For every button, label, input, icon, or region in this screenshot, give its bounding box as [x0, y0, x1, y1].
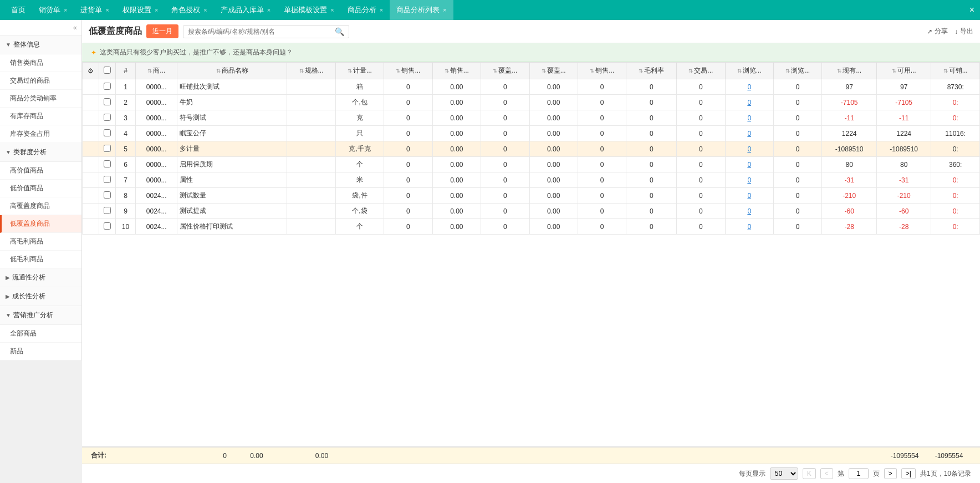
- col-header-sellable[interactable]: ⇅可销...: [931, 63, 980, 79]
- nav-template[interactable]: 单据模板设置 ×: [277, 0, 340, 20]
- nav-purchase-close[interactable]: ×: [105, 7, 109, 13]
- row-gear: [83, 141, 99, 157]
- col-header-unit[interactable]: ⇅计量...: [335, 63, 384, 79]
- nav-roles[interactable]: 角色授权 ×: [165, 0, 213, 20]
- nav-analysis-close[interactable]: ×: [380, 7, 383, 13]
- nav-template-close[interactable]: ×: [330, 7, 334, 13]
- nav-analysis-list[interactable]: 商品分析列表 ×: [390, 0, 453, 20]
- sidebar-section-overall[interactable]: ▼ 整体信息: [0, 35, 81, 54]
- search-box[interactable]: 🔍: [183, 25, 349, 38]
- col-header-code[interactable]: ⇅商...: [136, 63, 177, 79]
- sidebar-item-new-goods[interactable]: 新品: [0, 343, 81, 360]
- sidebar-section-marketing[interactable]: ▼ 营销推广分析: [0, 306, 81, 325]
- col-header-browse2[interactable]: ⇅浏览...: [773, 63, 821, 79]
- sidebar-item-low-margin[interactable]: 低毛利商品: [0, 251, 81, 268]
- row-checkbox[interactable]: [99, 141, 116, 157]
- time-filter-month[interactable]: 近一月: [146, 24, 178, 38]
- col-header-gear[interactable]: ⚙: [83, 63, 99, 79]
- nav-production[interactable]: 产成品入库单 ×: [214, 0, 277, 20]
- next-page-button[interactable]: >: [884, 468, 897, 479]
- row-available-stock: -28: [876, 219, 931, 235]
- col-header-transaction[interactable]: ⇅交易...: [677, 63, 725, 79]
- row-checkbox[interactable]: [99, 79, 116, 95]
- row-code: 0024...: [136, 219, 177, 235]
- nav-permissions-close[interactable]: ×: [155, 7, 158, 13]
- row-checkbox[interactable]: [99, 188, 116, 204]
- gear-icon[interactable]: ⚙: [88, 67, 94, 75]
- sidebar-collapse-btn[interactable]: «: [0, 20, 81, 35]
- col-header-spec[interactable]: ⇅规格...: [287, 63, 335, 79]
- sidebar-section-circulation[interactable]: ▶ 流通性分析: [0, 268, 81, 287]
- row-checkbox[interactable]: [99, 95, 116, 110]
- row-browse1[interactable]: 0: [725, 126, 773, 141]
- share-button[interactable]: ↗ 分享: [927, 27, 948, 36]
- sort-icon-sell: ⇅: [943, 68, 948, 74]
- row-browse2: 0: [773, 141, 821, 157]
- row-checkbox[interactable]: [99, 110, 116, 126]
- col-header-current-stock[interactable]: ⇅现有...: [822, 63, 877, 79]
- col-header-name[interactable]: ⇅商品名称: [177, 63, 287, 79]
- nav-production-close[interactable]: ×: [267, 7, 270, 13]
- sidebar-item-category-rate[interactable]: 商品分类动销率: [0, 90, 81, 108]
- row-checkbox[interactable]: [99, 172, 116, 188]
- row-transaction: 0: [677, 188, 725, 204]
- row-browse1[interactable]: 0: [725, 110, 773, 126]
- col-header-browse1[interactable]: ⇅浏览...: [725, 63, 773, 79]
- row-browse1[interactable]: 0: [725, 204, 773, 219]
- nav-sales-close[interactable]: ×: [64, 7, 67, 13]
- first-page-button[interactable]: K: [803, 468, 816, 479]
- nav-home[interactable]: 首页: [4, 0, 32, 20]
- sidebar-item-low-value[interactable]: 低价值商品: [0, 180, 81, 197]
- export-button[interactable]: ↓ 导出: [955, 27, 973, 36]
- sidebar-item-high-coverage[interactable]: 高覆盖度商品: [0, 197, 81, 215]
- row-browse1[interactable]: 0: [725, 188, 773, 204]
- row-unit: 袋,件: [335, 188, 384, 204]
- row-checkbox[interactable]: [99, 126, 116, 141]
- col-header-sales3[interactable]: ⇅销售...: [578, 63, 626, 79]
- row-browse1[interactable]: 0: [725, 79, 773, 95]
- sidebar-item-traded-goods[interactable]: 交易过的商品: [0, 72, 81, 90]
- col-header-coverage2[interactable]: ⇅覆盖...: [529, 63, 578, 79]
- nav-purchase[interactable]: 进货单 ×: [74, 0, 115, 20]
- col-header-sales-amount[interactable]: ⇅销售...: [432, 63, 481, 79]
- nav-permissions[interactable]: 权限设置 ×: [116, 0, 165, 20]
- sidebar-item-low-coverage[interactable]: 低覆盖度商品: [0, 215, 81, 233]
- page-number-input[interactable]: [849, 468, 869, 479]
- row-num: 9: [116, 204, 136, 219]
- nav-sales[interactable]: 销货单 ×: [32, 0, 74, 20]
- table-container[interactable]: ⚙ # ⇅商... ⇅商品名称 ⇅规格... ⇅计量... ⇅销售... ⇅销售…: [82, 62, 980, 446]
- per-page-select[interactable]: 50 100 200: [770, 467, 798, 480]
- sidebar-section-growth[interactable]: ▶ 成长性分析: [0, 287, 81, 306]
- sidebar-item-in-stock[interactable]: 有库存商品: [0, 108, 81, 125]
- search-input[interactable]: [188, 28, 335, 35]
- row-browse1[interactable]: 0: [725, 172, 773, 188]
- col-header-available-stock[interactable]: ⇅可用...: [876, 63, 931, 79]
- last-page-button[interactable]: >|: [901, 468, 916, 479]
- sidebar-item-high-margin[interactable]: 高毛利商品: [0, 233, 81, 251]
- row-checkbox[interactable]: [99, 157, 116, 172]
- nav-analysis-list-close[interactable]: ×: [443, 7, 446, 13]
- window-close-button[interactable]: ×: [969, 5, 974, 15]
- col-header-sales-count[interactable]: ⇅销售...: [384, 63, 432, 79]
- search-icon[interactable]: 🔍: [335, 27, 344, 36]
- col-header-gross-margin[interactable]: ⇅毛利率: [626, 63, 677, 79]
- sidebar-item-all-goods[interactable]: 全部商品: [0, 325, 81, 343]
- col-header-coverage1[interactable]: ⇅覆盖...: [481, 63, 529, 79]
- row-checkbox[interactable]: [99, 219, 116, 235]
- row-checkbox[interactable]: [99, 204, 116, 219]
- sidebar-item-sales-goods[interactable]: 销售类商品: [0, 54, 81, 72]
- nav-roles-close[interactable]: ×: [203, 7, 207, 13]
- row-browse1[interactable]: 0: [725, 157, 773, 172]
- sidebar-item-high-value[interactable]: 高价值商品: [0, 162, 81, 180]
- nav-analysis[interactable]: 商品分析 ×: [341, 0, 390, 20]
- select-all-checkbox[interactable]: [104, 67, 111, 74]
- row-browse1[interactable]: 0: [725, 141, 773, 157]
- nav-roles-label: 角色授权: [171, 5, 200, 15]
- sidebar-section-group[interactable]: ▼ 类群度分析: [0, 143, 81, 162]
- prev-page-button[interactable]: <: [820, 468, 833, 479]
- row-gear: [83, 188, 99, 204]
- col-header-checkbox[interactable]: [99, 63, 116, 79]
- row-browse1[interactable]: 0: [725, 95, 773, 110]
- row-browse1[interactable]: 0: [725, 219, 773, 235]
- sidebar-item-stock-funds[interactable]: 库存资金占用: [0, 125, 81, 143]
